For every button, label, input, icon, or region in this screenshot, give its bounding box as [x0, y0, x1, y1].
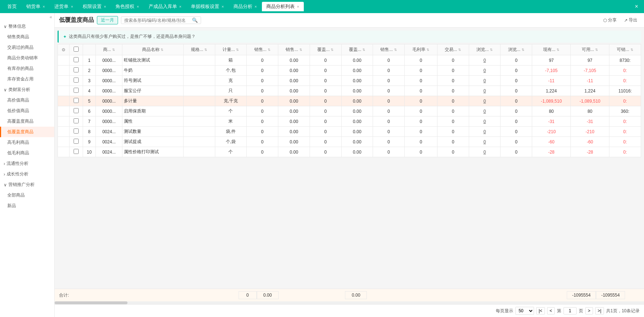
export-button[interactable]: ↗ 导出 — [622, 16, 640, 24]
cover-cnt-column-header[interactable]: 覆盖... ⇅ — [310, 44, 341, 55]
row-browse-cnt[interactable]: 0 — [469, 106, 500, 116]
row-browse-cnt[interactable]: 0 — [469, 66, 500, 76]
gross-margin-column-header[interactable]: 毛利率 ⇅ — [405, 44, 437, 55]
saleable-column-header[interactable]: 可销... ⇅ — [609, 44, 641, 55]
sales-amt-column-header[interactable]: 销售... ⇅ — [278, 44, 310, 55]
row-checkbox[interactable] — [74, 139, 79, 144]
sidebar-item-category-rate[interactable]: 商品分类动销率 — [0, 53, 54, 63]
sidebar-item-traded-goods[interactable]: 交易过的商品 — [0, 42, 54, 53]
row-sales-cnt: 0 — [373, 86, 405, 96]
row-checkbox[interactable] — [74, 118, 79, 123]
current-stock-column-header[interactable]: 现有... ⇅ — [532, 44, 571, 55]
next-page-button[interactable]: > — [585, 307, 593, 314]
settings-cell — [58, 127, 70, 137]
nav-tab-product-analysis-list[interactable]: 商品分析列表 × — [262, 2, 303, 11]
nav-tab-product-inbound[interactable]: 产成品入库单 × — [144, 2, 186, 11]
row-name: 服宝公仔 — [122, 86, 184, 96]
date-filter-button[interactable]: 近一月 — [97, 16, 118, 24]
nav-tab-permissions[interactable]: 权限设置 × — [78, 2, 110, 11]
available-column-header[interactable]: 可用... ⇅ — [571, 44, 609, 55]
code-column-header[interactable]: 商... ⇅ — [96, 44, 122, 55]
nav-tab-sales[interactable]: 销货单 × — [22, 2, 49, 11]
close-icon[interactable]: × — [221, 4, 224, 9]
nav-tab-home[interactable]: 首页 — [3, 2, 21, 11]
row-browse-cnt[interactable]: 0 — [469, 86, 500, 96]
sidebar-item-in-stock-goods[interactable]: 有库存的商品 — [0, 63, 54, 74]
close-icon[interactable]: × — [43, 4, 45, 9]
sidebar-item-new-goods[interactable]: 新品 — [0, 201, 54, 211]
row-checkbox[interactable] — [74, 108, 79, 113]
nav-tab-template-settings[interactable]: 单据模板设置 × — [186, 2, 228, 11]
close-icon[interactable]: × — [71, 4, 73, 9]
close-icon[interactable]: × — [255, 4, 257, 9]
row-checkbox[interactable] — [74, 149, 79, 154]
row-browse-cnt[interactable]: 0 — [469, 116, 500, 127]
row-checkbox[interactable] — [74, 67, 79, 72]
page-size-select[interactable]: 50 100 — [515, 307, 534, 315]
sidebar-group-overall[interactable]: ∨ 整体信息 — [0, 21, 54, 32]
row-spec — [183, 147, 215, 157]
close-icon[interactable]: × — [179, 4, 181, 9]
browse-cnt2-column-header[interactable]: 浏览... ⇅ — [500, 44, 532, 55]
prev-page-button[interactable]: < — [547, 307, 555, 314]
sidebar-group-marketing[interactable]: ∨ 营销推广分析 — [0, 179, 54, 190]
sidebar-group-flow[interactable]: › 流通性分析 — [0, 158, 54, 169]
row-browse-cnt[interactable]: 0 — [469, 127, 500, 137]
row-browse-cnt[interactable]: 0 — [469, 55, 500, 66]
sidebar-item-all-goods[interactable]: 全部商品 — [0, 190, 54, 201]
close-icon[interactable]: × — [104, 4, 106, 9]
browse-cnt-column-header[interactable]: 浏览... ⇅ — [469, 44, 500, 55]
sidebar-item-high-coverage[interactable]: 高覆盖度商品 — [0, 116, 54, 127]
row-checkbox[interactable] — [74, 88, 79, 93]
close-all-tabs-button[interactable]: × — [632, 2, 641, 11]
row-browse-cnt[interactable]: 0 — [469, 96, 500, 106]
row-browse-cnt[interactable]: 0 — [469, 137, 500, 147]
sidebar-item-low-coverage[interactable]: 低覆盖度商品 — [0, 127, 54, 137]
row-checkbox[interactable] — [74, 98, 79, 103]
row-browse-cnt[interactable]: 0 — [469, 147, 500, 157]
sales-cnt-column-header[interactable]: 销售... ⇅ — [373, 44, 405, 55]
row-available: -11 — [571, 76, 609, 86]
sales-qty-column-header[interactable]: 销售... ⇅ — [247, 44, 278, 55]
page-number-input[interactable] — [564, 307, 577, 314]
horizontal-scrollbar[interactable] — [55, 301, 644, 304]
column-settings-icon[interactable]: ⚙ — [62, 47, 66, 52]
first-page-button[interactable]: |< — [536, 307, 545, 314]
row-sales-qty: 0 — [247, 96, 278, 106]
row-checkbox[interactable] — [74, 128, 79, 134]
select-all-checkbox[interactable] — [74, 47, 79, 52]
name-column-header[interactable]: 商品名称 ⇅ — [122, 44, 184, 55]
trans-cnt-column-header[interactable]: 交易... ⇅ — [437, 44, 469, 55]
nav-tab-product-analysis[interactable]: 商品分析 × — [229, 2, 261, 11]
header-actions: ⬡ 分享 ↗ 导出 — [601, 16, 640, 24]
search-input[interactable] — [124, 18, 191, 23]
row-checkbox[interactable] — [74, 78, 79, 83]
sidebar-group-wealth[interactable]: ∨ 类财富分析 — [0, 84, 54, 95]
row-no: 7 — [83, 116, 96, 127]
close-icon[interactable]: × — [137, 4, 139, 9]
sidebar-item-stock-capital[interactable]: 库存资金占用 — [0, 74, 54, 84]
sidebar-item-low-value[interactable]: 低价值商品 — [0, 106, 54, 116]
sidebar-item-high-value[interactable]: 高价值商品 — [0, 95, 54, 106]
row-available: 97 — [571, 55, 609, 66]
row-checkbox-cell — [69, 76, 83, 86]
close-icon[interactable]: × — [297, 4, 299, 9]
sidebar-collapse-button[interactable]: « — [0, 13, 54, 21]
spec-column-header[interactable]: 规格... ⇅ — [183, 44, 215, 55]
row-cover-amt: 0.00 — [341, 96, 373, 106]
sidebar-item-low-margin[interactable]: 低毛利商品 — [0, 148, 54, 158]
row-browse-cnt[interactable]: 0 — [469, 76, 500, 86]
nav-tab-purchase[interactable]: 进货单 × — [50, 2, 77, 11]
sidebar-item-sales-goods[interactable]: 销售类商品 — [0, 32, 54, 42]
share-button[interactable]: ⬡ 分享 — [601, 16, 619, 24]
table-row: 6 0000... 启用保质期 个 0 0.00 0 0.00 0 0 0 0 … — [58, 106, 641, 116]
nav-tab-roles[interactable]: 角色授权 × — [111, 2, 143, 11]
unit-column-header[interactable]: 计量... ⇅ — [215, 44, 247, 55]
cover-amt-column-header[interactable]: 覆盖... ⇅ — [341, 44, 373, 55]
row-checkbox[interactable] — [74, 57, 79, 62]
sidebar-group-growth[interactable]: › 成长性分析 — [0, 169, 54, 179]
scrollbar-thumb[interactable] — [55, 301, 127, 304]
last-page-button[interactable]: >| — [595, 307, 604, 314]
sidebar-item-high-margin[interactable]: 高毛利商品 — [0, 137, 54, 148]
row-cover-cnt: 0 — [310, 96, 341, 106]
